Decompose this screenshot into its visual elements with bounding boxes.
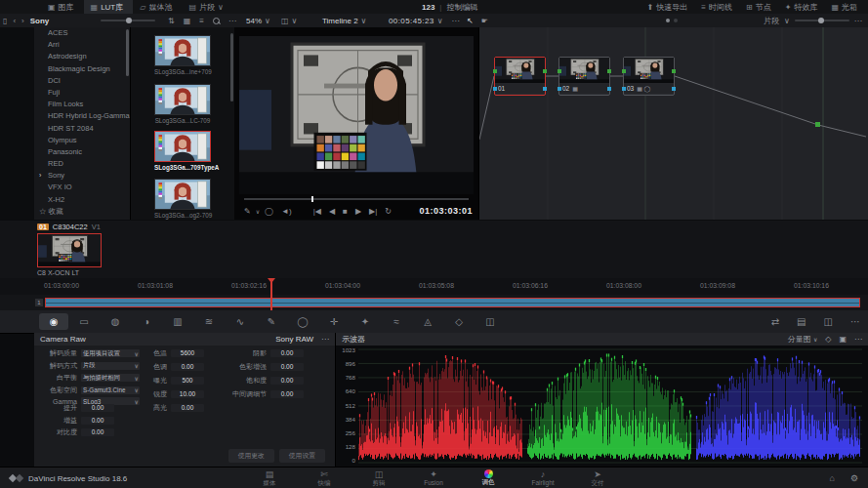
value-field[interactable]: 0.00 [171, 404, 204, 412]
pan-hand-icon[interactable]: ☛ [481, 17, 488, 25]
value-field[interactable]: 0.00 [270, 349, 304, 357]
sidebar-scrollbar[interactable] [126, 29, 129, 76]
palette-icon[interactable]: ▭ [68, 316, 100, 327]
forward-arrow[interactable]: › [21, 17, 24, 25]
viewer-options-icon[interactable]: ⋯ [452, 17, 460, 25]
value-field[interactable]: 0.00 [171, 363, 204, 371]
palette-icon[interactable]: ◉ [39, 313, 68, 330]
thumb-size-slider[interactable] [101, 20, 155, 21]
lut-category-item[interactable]: DCI [34, 75, 130, 87]
lut-category-item[interactable]: HDR ST 2084 [34, 123, 130, 135]
palette-icon[interactable]: ⇄ [771, 316, 779, 327]
scope-mode-select[interactable]: 分量图 ∨ [788, 334, 818, 345]
panel-toggle-button[interactable]: ▤ 片段 ∨ [182, 0, 229, 14]
use-settings-button[interactable]: 使用设置 [279, 449, 325, 463]
palette-icon[interactable]: ∿ [225, 316, 256, 327]
value-field[interactable]: 5600 [171, 349, 204, 357]
lut-category-item[interactable]: RED [34, 158, 130, 170]
grid-view-icon[interactable]: ▦ [184, 17, 191, 25]
page-tab[interactable]: ◉ 调色 [461, 469, 516, 488]
lut-preview-item[interactable]: SLog3SGa...og2-709 [154, 179, 211, 219]
sort-icon[interactable]: ⇅ [168, 17, 175, 25]
page-tab[interactable]: ✦ Fusion [406, 469, 461, 488]
palette-icon[interactable]: ✛ [318, 316, 350, 327]
value-field[interactable]: 0.00 [81, 404, 114, 412]
viewer-scrubber[interactable] [244, 198, 469, 200]
lut-category-item[interactable]: HDR Hybrid Log-Gamma [34, 110, 130, 122]
lut-category-item[interactable]: X-H2 [34, 194, 130, 206]
corrector-node[interactable]: 01 [494, 57, 546, 96]
dropdown[interactable]: 使用项目设置∨ [81, 349, 140, 357]
palette-icon[interactable]: ◫ [824, 316, 833, 327]
bypass-grade-icon[interactable]: ◯ [265, 207, 273, 216]
lut-category-item[interactable]: Astrodesign [34, 51, 130, 62]
selection-tool-icon[interactable]: ↖ [467, 17, 474, 25]
lut-category-item[interactable]: Film Looks [34, 99, 130, 110]
gallery-panel-icon[interactable]: ▯ [3, 17, 7, 25]
project-settings-gear-icon[interactable]: ⚙ [850, 473, 858, 483]
page-tab[interactable]: ✄ 快编 [297, 469, 351, 488]
lut-category-item[interactable]: VFX IO [34, 182, 130, 193]
corrector-node[interactable]: 02▦ [558, 57, 610, 96]
search-icon[interactable] [213, 18, 220, 24]
panel-toggle-button[interactable]: ✦ 特效库 [778, 0, 825, 14]
palette-icon[interactable]: ✦ [350, 316, 381, 327]
lut-preview-item[interactable]: SLog3SGa...LC-709 [154, 84, 211, 124]
step-back-button[interactable]: ◀ [329, 207, 335, 216]
lut-favorites-item[interactable]: ☆ 收藏 [34, 206, 130, 218]
scope-options-icon[interactable]: ⋯ [854, 335, 862, 344]
value-field[interactable]: 0.00 [270, 390, 304, 398]
value-field[interactable]: 0.00 [81, 417, 114, 425]
lut-category-item[interactable]: Panasonic [34, 146, 130, 158]
lut-preview-item[interactable]: SLog3SGa...709TypeA [154, 131, 211, 171]
page-tab[interactable]: ➤ 交付 [570, 469, 625, 488]
palette-icon[interactable]: ▤ [797, 316, 806, 327]
lut-preview-item[interactable]: SLog3SGa...ine+709 [154, 35, 211, 75]
page-dot[interactable] [666, 19, 670, 22]
value-field[interactable]: 0.00 [81, 428, 114, 436]
loop-button[interactable]: ↻ [385, 207, 392, 216]
timeline-ruler[interactable]: 01:03:00:0001:03:01:0801:03:02:1601:03:0… [0, 278, 868, 296]
value-field[interactable]: 0.00 [270, 377, 304, 385]
panel-toggle-button[interactable]: ▱ 媒体池 [133, 0, 182, 14]
timeline-clip-bar[interactable] [45, 298, 860, 307]
panel-toggle-button[interactable]: ≡ 时间线 [694, 0, 739, 14]
dropdown[interactable]: 与拍摄时相同∨ [81, 374, 140, 382]
node-view-select[interactable]: 片段 [764, 16, 779, 26]
timeline-clip-thumbnail[interactable] [37, 233, 102, 267]
palette-icon[interactable]: ▥ [162, 316, 193, 327]
lut-category-item[interactable]: ACES [34, 27, 130, 39]
scope-fullscreen-icon[interactable]: ▣ [839, 335, 847, 344]
lut-category-item[interactable]: Olympus [34, 135, 130, 146]
dropdown[interactable]: 片段∨ [81, 362, 140, 370]
audio-mute-icon[interactable]: ◄) [281, 207, 292, 216]
value-field[interactable]: 10.00 [171, 390, 204, 398]
image-wipe-icon[interactable]: ◫ [281, 17, 289, 25]
palette-icon[interactable]: ✎ [256, 316, 287, 327]
page-tab[interactable]: ◫ 剪辑 [351, 469, 406, 488]
viewer-zoom-select[interactable]: 54% [246, 17, 262, 25]
use-changes-button[interactable]: 使用更改 [228, 449, 274, 463]
node-zoom-slider[interactable] [795, 20, 849, 21]
dropdown[interactable]: S-Gamut3.Cine∨ [81, 386, 140, 394]
node-options-icon[interactable]: ⋯ [854, 17, 862, 25]
panel-toggle-button[interactable]: ⬆ 快速导出 [641, 0, 695, 14]
go-to-start-button[interactable]: |◀ [313, 207, 321, 216]
lut-category-item[interactable]: Blackmagic Design [34, 63, 130, 75]
list-view-icon[interactable]: ≡ [199, 17, 204, 25]
value-field[interactable]: 500 [171, 377, 204, 385]
palette-icon[interactable]: ≈ [381, 316, 412, 327]
lut-category-item[interactable]: › Sony [34, 170, 130, 182]
palette-icon[interactable]: ◍ [100, 316, 131, 327]
panel-options-icon[interactable]: ⋯ [321, 335, 329, 344]
palette-icon[interactable]: ◑ [131, 316, 162, 327]
panel-toggle-button[interactable]: ▦ LUT库 [84, 0, 134, 14]
timeline-select[interactable]: Timeline 2 [322, 17, 358, 25]
stop-button[interactable]: ■ [343, 207, 348, 216]
play-button[interactable]: ▶ [355, 207, 361, 216]
palette-icon[interactable]: ⋯ [850, 316, 860, 327]
palette-icon[interactable]: ◬ [412, 316, 443, 327]
corrector-node[interactable]: 03▦ ◯ [623, 57, 675, 96]
back-arrow[interactable]: ‹ [13, 17, 16, 25]
thumbs-scrollbar[interactable] [230, 33, 233, 102]
